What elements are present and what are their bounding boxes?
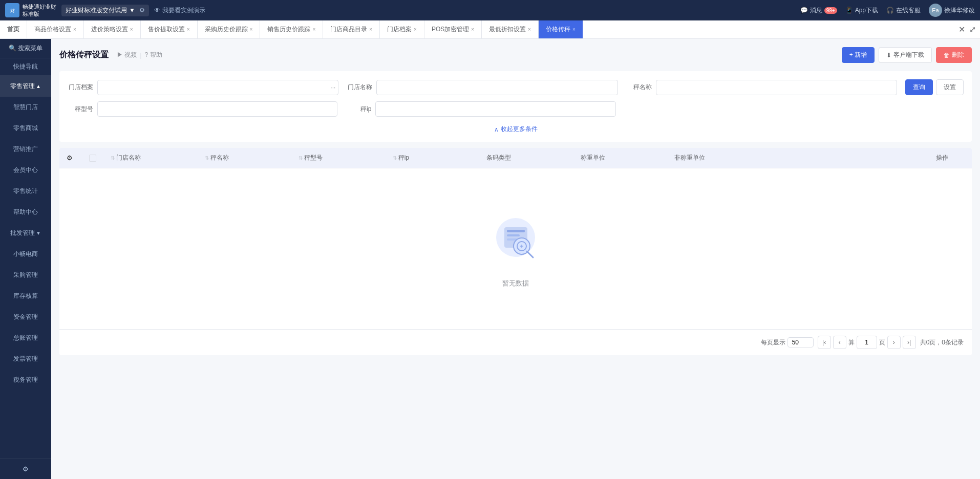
close-icon[interactable]: ×	[312, 27, 315, 32]
query-button[interactable]: 查询	[905, 79, 933, 95]
col-header-weight-unit: 称重单位	[576, 154, 670, 162]
sidebar-item-marketing[interactable]: 营销推广	[0, 139, 51, 160]
top-right: 💬 消息 99+ 📱 App下载 🎧 在线客服 Ea 徐泽华修改	[800, 4, 975, 17]
tab-bar-actions: ✕ ⤢	[958, 25, 980, 34]
settings-btn[interactable]: 设置	[936, 79, 964, 95]
sort-icon[interactable]: ⇅	[205, 155, 209, 161]
close-icon[interactable]: ×	[73, 27, 76, 32]
first-page-btn[interactable]: |‹	[818, 336, 831, 349]
close-icon[interactable]: ×	[414, 27, 417, 32]
next-page-btn[interactable]: ›	[887, 336, 901, 349]
video-link[interactable]: ▶ 视频	[117, 51, 137, 59]
store-archive-input-wrapper: ···	[97, 80, 338, 95]
delete-button[interactable]: 🗑 删除	[936, 47, 972, 63]
message-btn[interactable]: 💬 消息 99+	[800, 6, 837, 15]
app-logo-icon: 财	[5, 3, 19, 17]
tab-price-scale[interactable]: 价格传秤 ×	[539, 20, 583, 39]
settings-icon[interactable]: ⚙	[139, 7, 145, 14]
scale-ip-label: 秤ip	[346, 105, 371, 114]
headset-icon: 🎧	[886, 7, 894, 14]
close-icon[interactable]: ×	[471, 27, 474, 32]
sidebar-item-tax[interactable]: 税务管理	[0, 369, 51, 390]
page-actions: + 新增 ⬇ 客户端下载 🗑 删除	[842, 47, 972, 63]
help-link[interactable]: ? 帮助	[144, 51, 162, 59]
close-icon[interactable]: ×	[528, 27, 531, 32]
page-number-input[interactable]	[857, 336, 877, 349]
tab-price-setting[interactable]: 商品价格设置 ×	[27, 20, 84, 39]
message-icon: 💬	[800, 7, 808, 14]
user-menu[interactable]: Ea 徐泽华修改	[929, 4, 975, 17]
sidebar-item-inventory[interactable]: 库存核算	[0, 286, 51, 307]
store-name-input[interactable]	[376, 80, 617, 95]
collapse-btn[interactable]: ∧ 收起更多条件	[68, 123, 964, 134]
select-all-checkbox[interactable]	[89, 155, 96, 162]
tab-expand-icon[interactable]: ⤢	[969, 25, 976, 34]
add-button[interactable]: + 新增	[842, 47, 875, 63]
collapse-icon: ∧	[494, 126, 499, 133]
sort-icon[interactable]: ⇅	[299, 155, 303, 161]
ellipsis-btn[interactable]: ···	[330, 84, 335, 91]
prev-page-btn[interactable]: ‹	[833, 336, 846, 349]
tab-store-archive[interactable]: 门店档案 ×	[380, 20, 424, 39]
sidebar-item-retail-mgmt[interactable]: 零售管理 ▲	[0, 76, 51, 97]
sort-icon[interactable]: ⇅	[393, 155, 397, 161]
sidebar-item-retail-mall[interactable]: 零售商城	[0, 118, 51, 139]
store-archive-input[interactable]	[97, 80, 338, 95]
tab-sale-price[interactable]: 售价提取设置 ×	[141, 20, 198, 39]
page-header: 价格传秤设置 ▶ 视频 | ? 帮助 + 新增 ⬇ 客户端下载	[59, 47, 972, 63]
tab-store-catalog[interactable]: 门店商品目录 ×	[323, 20, 380, 39]
sidebar-item-smart-store[interactable]: 智慧门店	[0, 97, 51, 118]
close-icon[interactable]: ×	[572, 27, 576, 32]
scale-name-input[interactable]	[656, 80, 897, 95]
content-area: 价格传秤设置 ▶ 视频 | ? 帮助 + 新增 ⬇ 客户端下载	[51, 39, 980, 479]
sidebar-item-member-center[interactable]: 会员中心	[0, 160, 51, 181]
env-selector[interactable]: 好业财标准版交付试用 ▼ ⚙	[61, 5, 149, 16]
sidebar-item-invoice[interactable]: 发票管理	[0, 349, 51, 369]
col-header-barcode-type: 条码类型	[481, 154, 576, 162]
tab-pos[interactable]: POS加密管理 ×	[424, 20, 482, 39]
close-icon[interactable]: ×	[130, 27, 133, 32]
page-size-dropdown[interactable]: 50 10 20 100	[787, 337, 814, 347]
mobile-icon: 📱	[845, 7, 853, 14]
per-page-label: 每页显示	[761, 338, 785, 347]
sidebar-item-purchase-mgmt[interactable]: 采购管理	[0, 265, 51, 286]
svg-rect-4	[507, 230, 525, 232]
demo-link[interactable]: 👁 我要看实例演示	[154, 6, 205, 15]
page-help: ▶ 视频 | ? 帮助	[117, 51, 162, 59]
tab-min-discount[interactable]: 最低折扣设置 ×	[482, 20, 539, 39]
client-download-button[interactable]: ⬇ 客户端下载	[879, 47, 932, 63]
sidebar-item-general-ledger[interactable]: 总账管理	[0, 328, 51, 349]
sidebar-item-xiaochang-ecommerce[interactable]: 小畅电商	[0, 244, 51, 265]
scale-ip-input[interactable]	[375, 101, 615, 117]
svg-text:财: 财	[10, 8, 15, 13]
tab-home[interactable]: 首页	[0, 20, 27, 39]
sidebar-search[interactable]: 🔍 搜索菜单	[0, 39, 51, 58]
close-icon[interactable]: ×	[187, 27, 190, 32]
online-service-btn[interactable]: 🎧 在线客服	[886, 6, 921, 15]
tab-purchase-history[interactable]: 采购历史价跟踪 ×	[198, 20, 261, 39]
sidebar: 🔍 搜索菜单 快捷导航 零售管理 ▲ 智慧门店 零售商城 营销推广 会员中心 零…	[0, 39, 51, 479]
video-icon: ▶	[117, 51, 123, 58]
close-icon[interactable]: ×	[369, 27, 372, 32]
sidebar-item-wholesale-mgmt[interactable]: 批发管理 ▼	[0, 223, 51, 244]
sidebar-shortcut-nav[interactable]: 快捷导航	[0, 58, 51, 76]
tab-sale-history[interactable]: 销售历史价跟踪 ×	[260, 20, 323, 39]
settings-icon: ⚙	[67, 154, 73, 162]
tab-close-all-icon[interactable]: ✕	[958, 25, 965, 34]
sort-icon[interactable]: ⇅	[111, 155, 115, 161]
sidebar-item-help-center[interactable]: 帮助中心	[0, 202, 51, 223]
total-text: 共0页，0条记录	[920, 338, 964, 347]
page-suffix-label: 页	[879, 338, 885, 347]
last-page-btn[interactable]: ›|	[903, 336, 916, 349]
pagination: 每页显示 50 10 20 100 |‹ ‹ 算 页 › ›|	[59, 329, 972, 355]
column-setting-btn[interactable]: ⚙	[59, 154, 80, 162]
tab-purchase-strategy[interactable]: 进价策略设置 ×	[84, 20, 141, 39]
page-label: 算	[848, 338, 855, 347]
close-icon[interactable]: ×	[250, 27, 253, 32]
env-selector-label: 好业财标准版交付试用	[66, 6, 127, 15]
app-download-btn[interactable]: 📱 App下载	[845, 6, 878, 15]
scale-model-input[interactable]	[97, 101, 337, 117]
sidebar-settings-btn[interactable]: ⚙	[0, 459, 51, 479]
sidebar-item-retail-stats[interactable]: 零售统计	[0, 181, 51, 202]
sidebar-item-funds[interactable]: 资金管理	[0, 307, 51, 328]
